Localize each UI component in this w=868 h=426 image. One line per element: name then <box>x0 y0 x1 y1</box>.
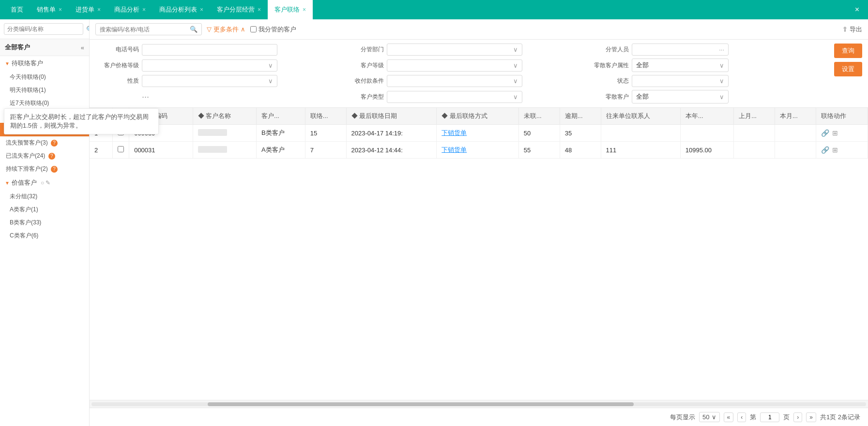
sidebar-item-class-a[interactable]: A类客户(1) <box>0 203 89 216</box>
main-search-box: 🔍 <box>95 23 202 35</box>
close-purchase-tab[interactable]: × <box>97 6 101 13</box>
col-actions-header: 联络动作 <box>816 108 868 125</box>
payment-select[interactable]: ∨ <box>387 75 522 87</box>
col-unit-contact-header[interactable]: 往来单位联系人 <box>601 108 680 125</box>
price-level-arrow: ∨ <box>268 62 273 69</box>
sidebar-group-valuable-customers[interactable]: ▼ 价值客户 ○ ✎ <box>0 176 89 190</box>
col-last-date-header[interactable]: ◆ 最后联络日期 <box>346 108 437 125</box>
sidebar-item-today-contact[interactable]: 今天待联络(0) <box>0 71 89 84</box>
customer-type-select[interactable]: ∨ <box>387 91 522 103</box>
churn-warning-info-icon[interactable]: ? <box>51 140 58 147</box>
sidebar-item-churned[interactable]: 已流失客户(24) ? <box>0 149 89 162</box>
filter-row-1: 电话号码 分管部门 ∨ 分管人员 <box>95 44 826 56</box>
cell-type-2: A类客户 <box>257 142 305 159</box>
prev-page-btn[interactable]: ‹ <box>737 412 746 422</box>
sidebar-search-input[interactable] <box>4 23 83 35</box>
table-container: ⚙ ◆ 客户编码 ◆ 客户名称 客户... 联络... <box>90 108 868 400</box>
action-link-icon-2[interactable]: 🔗 <box>821 146 829 154</box>
more-conditions-btn[interactable]: ▽ 更多条件 ∧ <box>207 25 245 34</box>
filter-phone: 电话号码 <box>95 44 336 56</box>
my-customers-checkbox[interactable] <box>250 26 257 32</box>
cell-name-1 <box>193 125 256 142</box>
close-product-analysis-tab[interactable]: × <box>142 6 146 13</box>
nav-home[interactable]: 首页 <box>4 0 30 19</box>
settings-button[interactable]: 设置 <box>834 62 862 76</box>
content-area: 🔍 ▽ 更多条件 ∧ 我分管的客户 ⇧ 导出 <box>90 19 868 426</box>
close-product-list-tab[interactable]: × <box>200 6 203 13</box>
close-sales-tab[interactable]: × <box>59 6 62 13</box>
action-link-icon-1[interactable]: 🔗 <box>821 129 829 137</box>
filter-row-3: 性质 ∨ 收付款条件 ∨ <box>95 75 826 87</box>
close-customer-contact-tab[interactable]: × <box>303 6 306 13</box>
retail-attr-select[interactable]: 全部 ∨ <box>632 59 729 72</box>
price-level-select[interactable]: ∨ <box>142 59 277 72</box>
nav-purchase[interactable]: 进货单 × <box>69 0 107 19</box>
manager-dots: ··· <box>719 46 724 53</box>
sidebar-item-ungrouped[interactable]: 未分组(32) <box>0 190 89 203</box>
sidebar-collapse-icon[interactable]: « <box>81 44 84 51</box>
retail-customer-select[interactable]: 全部 ∨ <box>632 90 729 103</box>
col-name-header[interactable]: ◆ 客户名称 <box>193 108 256 125</box>
filter-payment: 收付款条件 ∨ <box>340 75 581 87</box>
sidebar-item-class-c[interactable]: C类客户(6) <box>0 229 89 242</box>
customer-level-select[interactable]: ∨ <box>387 59 522 72</box>
sidebar-search-area: 🔍 <box>0 19 89 39</box>
close-all-tabs[interactable]: × <box>850 5 864 14</box>
sidebar-item-7day-contact[interactable]: 近7天待联络(0) <box>0 97 89 110</box>
sidebar-item-declining[interactable]: 持续下滑客户(2) ? <box>0 162 89 176</box>
main-search-input[interactable] <box>100 26 190 33</box>
cell-overdue-1: 35 <box>560 125 601 142</box>
sidebar-group-pending-contact[interactable]: ▼ 待联络客户 <box>0 56 89 71</box>
page-number-input[interactable] <box>760 412 779 422</box>
status-select[interactable]: ∨ <box>632 75 729 87</box>
horizontal-scrollbar[interactable] <box>90 400 868 408</box>
churned-info-icon[interactable]: ? <box>48 153 55 160</box>
scroll-thumb[interactable] <box>208 402 634 406</box>
col-last-method-header[interactable]: ◆ 最后联络方式 <box>437 108 519 125</box>
nav-product-analysis[interactable]: 商品分析 × <box>107 0 152 19</box>
col-last-month-header[interactable]: 上月... <box>734 108 775 125</box>
more-conditions-arrow: ∧ <box>241 26 245 33</box>
sidebar-search-icon[interactable]: 🔍 <box>86 26 90 33</box>
nav-product-list[interactable]: 商品分析列表 × <box>152 0 210 19</box>
page-size-select[interactable]: 50 ∨ <box>699 412 719 422</box>
col-type-header[interactable]: 客户... <box>257 108 305 125</box>
export-icon: ⇧ <box>842 26 848 33</box>
col-contact-header[interactable]: 联络... <box>305 108 346 125</box>
cell-name-2 <box>193 142 256 159</box>
last-method-link-1[interactable]: 下销货单 <box>442 129 467 136</box>
sidebar-item-churn-warning[interactable]: 流失预警客户(3) ? <box>0 136 89 149</box>
action-grid-icon-1[interactable]: ⊞ <box>832 129 838 137</box>
col-uncontacted-header[interactable]: 未联... <box>518 108 560 125</box>
close-customer-tier-tab[interactable]: × <box>258 6 261 13</box>
last-method-link-2[interactable]: 下销货单 <box>442 146 467 153</box>
export-btn[interactable]: ⇧ 导出 <box>842 25 862 34</box>
row-checkbox-2[interactable] <box>118 146 124 152</box>
sidebar-item-tomorrow-contact[interactable]: 明天待联络(1) <box>0 84 89 97</box>
department-arrow: ∨ <box>513 46 518 53</box>
tooltip-box: 距客户上次交易时长，超过了此客户的平均交易周期的1.5倍，则视为异常。 <box>4 108 159 134</box>
phone-input[interactable] <box>142 44 277 56</box>
first-page-btn[interactable]: « <box>724 412 734 422</box>
col-this-year-header[interactable]: 本年... <box>680 108 733 125</box>
nav-sales[interactable]: 销售单 × <box>30 0 69 19</box>
main-search-icon[interactable]: 🔍 <box>190 26 198 33</box>
more-filter-dots[interactable]: ··· <box>142 92 149 102</box>
nature-select[interactable]: ∨ <box>142 75 277 87</box>
nav-customer-contact[interactable]: 客户联络 × <box>268 0 313 19</box>
valuable-edit-icon[interactable]: ○ ✎ <box>41 179 51 186</box>
cell-last-method-2: 下销货单 <box>437 142 519 159</box>
valuable-arrow: ▼ <box>5 180 10 186</box>
col-overdue-header[interactable]: 逾期... <box>560 108 601 125</box>
next-page-btn[interactable]: › <box>793 412 802 422</box>
declining-info-icon[interactable]: ? <box>51 166 58 173</box>
sidebar-item-class-b[interactable]: B类客户(33) <box>0 216 89 229</box>
cell-actions-2: 🔗 ⊞ <box>816 142 868 159</box>
query-button[interactable]: 查询 <box>834 44 862 58</box>
last-page-btn[interactable]: » <box>806 412 816 422</box>
manager-select[interactable]: ··· <box>632 44 729 56</box>
col-this-month-header[interactable]: 本月... <box>775 108 816 125</box>
action-grid-icon-2[interactable]: ⊞ <box>832 146 838 154</box>
department-select[interactable]: ∨ <box>387 44 522 56</box>
nav-customer-tier[interactable]: 客户分层经营 × <box>210 0 268 19</box>
